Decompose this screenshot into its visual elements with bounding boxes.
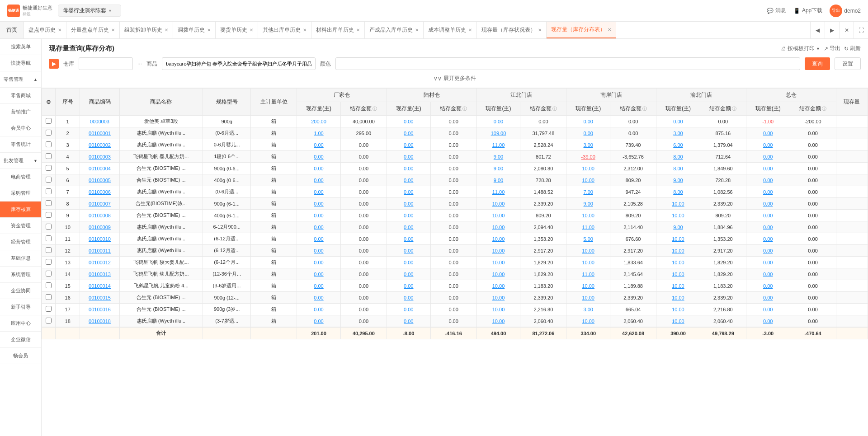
tab-purchase-order[interactable]: 要货单历史 ✕ xyxy=(216,22,258,38)
table-row: 7 00100006 惠氏启膳 (Wyeth illu... (0-6月适...… xyxy=(42,186,868,198)
tab-material-out[interactable]: 材料出库单历史 ✕ xyxy=(311,22,365,38)
sidebar-item-quick-nav[interactable]: 快捷导航 xyxy=(0,55,41,71)
info-icon[interactable]: ⓘ xyxy=(462,106,467,111)
tab-home[interactable]: 首页 xyxy=(0,22,24,38)
row-check[interactable] xyxy=(42,186,56,198)
row-check[interactable] xyxy=(42,280,56,292)
close-icon[interactable]: ✕ xyxy=(207,28,211,33)
row-check[interactable] xyxy=(42,139,56,151)
close-icon[interactable]: ✕ xyxy=(250,28,253,33)
row-check[interactable] xyxy=(42,151,56,163)
row-check[interactable] xyxy=(42,163,56,174)
row-check[interactable] xyxy=(42,304,56,315)
tab-prev-button[interactable]: ◀ xyxy=(810,22,825,38)
print-button[interactable]: 🖨 按模板打印 ▼ xyxy=(781,45,820,52)
footer-total-stock: -3.00 xyxy=(746,327,790,339)
tab-transfer[interactable]: 调拨单历史 ✕ xyxy=(173,22,216,38)
sidebar-item-inventory[interactable]: 库存核算 xyxy=(0,202,41,218)
table-row: 12 00100011 惠氏启膳 (Wyeth illu... (6-12月适.… xyxy=(42,245,868,257)
app-download-button[interactable]: 📱 App下载 xyxy=(793,7,822,14)
sidebar-item-finance[interactable]: 资金管理 xyxy=(0,218,41,234)
close-icon[interactable]: ✕ xyxy=(538,28,542,33)
row-check[interactable] xyxy=(42,315,56,328)
sidebar-item-member2[interactable]: 畅会员 xyxy=(0,348,41,364)
sidebar-item-marketing[interactable]: 营销推广 xyxy=(0,104,41,120)
row-total-stock: 0.00 xyxy=(746,139,790,151)
sidebar-item-new-guide[interactable]: 新手引导 xyxy=(0,299,41,315)
row-check[interactable] xyxy=(42,198,56,210)
message-button[interactable]: 💬 消息 xyxy=(767,7,786,14)
row-check[interactable] xyxy=(42,174,56,186)
sidebar-item-purchase[interactable]: 采购管理 xyxy=(0,185,41,202)
tab-group-disassemble[interactable]: 组装拆卸单历史 ✕ xyxy=(120,22,173,38)
tab-inventory-single[interactable]: 盘点单历史 ✕ xyxy=(24,22,66,38)
sidebar-item-enterprise[interactable]: 企业协同 xyxy=(0,283,41,299)
row-na-stock: 5.00 xyxy=(566,233,610,245)
sidebar-item-operation[interactable]: 经营管理 xyxy=(0,234,41,250)
sidebar-item-system[interactable]: 系统管理 xyxy=(0,267,41,283)
tab-sub-inventory[interactable]: 分量盘点单历史 ✕ xyxy=(66,22,120,38)
page-title: 现存量查询(库存分布) xyxy=(49,44,114,53)
row-cf-stock: 1.00 xyxy=(297,127,341,139)
close-icon[interactable]: ✕ xyxy=(303,28,307,33)
row-yb-amount: 2,339.20 xyxy=(700,198,746,210)
sidebar-item-corp-wechat[interactable]: 企业微信 xyxy=(0,332,41,348)
sidebar-item-app-center[interactable]: 应用中心 xyxy=(0,315,41,332)
tab-stock-dist[interactable]: 现存量（库存分布表） ✕ xyxy=(547,22,616,38)
tab-expand-button[interactable]: ⛶ xyxy=(854,22,868,38)
expand-more-button[interactable]: ∨∨ 展开更多条件 xyxy=(432,73,478,84)
info-icon[interactable]: ⓘ xyxy=(822,106,826,111)
row-check[interactable] xyxy=(42,233,56,245)
industry-selector[interactable]: 母婴行业演示陈套 ▼ xyxy=(58,5,121,17)
settings-button[interactable]: 设置 xyxy=(835,57,861,70)
tab-other-out[interactable]: 其他出库单历史 ✕ xyxy=(258,22,311,38)
tab-close-all-button[interactable]: ✕ xyxy=(839,22,854,38)
row-check[interactable] xyxy=(42,221,56,233)
tab-next-button[interactable]: ▶ xyxy=(825,22,839,38)
row-check[interactable] xyxy=(42,210,56,221)
row-check[interactable] xyxy=(42,116,56,127)
gear-column-header[interactable]: ⚙ xyxy=(42,89,56,116)
color-input[interactable] xyxy=(335,57,800,70)
row-check[interactable] xyxy=(42,257,56,268)
refresh-button[interactable]: ↻ 刷新 xyxy=(844,45,861,52)
sidebar-item-ecommerce[interactable]: 电商管理 xyxy=(0,169,41,185)
sidebar-item-wholesale[interactable]: 批发管理 ▼ xyxy=(0,153,41,169)
tab-cost-adjust[interactable]: 成本调整单历史 ✕ xyxy=(424,22,477,38)
row-check[interactable] xyxy=(42,292,56,304)
query-button[interactable]: 查询 xyxy=(805,57,830,70)
export-button[interactable]: ↗ 导出 xyxy=(824,45,840,52)
tab-product-in[interactable]: 产成品入库单历史 ✕ xyxy=(365,22,424,38)
row-cf-stock: 0.00 xyxy=(297,186,341,198)
sidebar-item-retail-shop[interactable]: 零售商城 xyxy=(0,88,41,104)
info-icon[interactable]: ⓘ xyxy=(732,106,736,111)
user-avatar[interactable]: 导出 demo2 xyxy=(830,5,861,17)
close-icon[interactable]: ✕ xyxy=(608,27,611,32)
row-check[interactable] xyxy=(42,245,56,257)
info-icon[interactable]: ⓘ xyxy=(373,106,377,111)
tab-stock-status[interactable]: 现存量（库存状况表） ✕ xyxy=(477,22,547,38)
row-current xyxy=(836,186,868,198)
sidebar-item-retail-mgmt[interactable]: 零售管理 ▲ xyxy=(0,71,41,88)
table-wrapper[interactable]: ⚙ 序号 商品编码 商品名称 规格型号 主计量单位 厂家仓 陆村仓 江北门店 南… xyxy=(42,88,868,436)
close-icon[interactable]: ✕ xyxy=(58,28,61,33)
filter-expand-button[interactable]: ▶ xyxy=(49,59,59,69)
sidebar-item-search[interactable]: 搜索英单 xyxy=(0,39,41,55)
warehouse-input[interactable] xyxy=(79,57,133,70)
info-icon[interactable]: ⓘ xyxy=(552,106,557,111)
row-check[interactable] xyxy=(42,127,56,139)
close-icon[interactable]: ✕ xyxy=(165,28,168,33)
info-icon[interactable]: ⓘ xyxy=(642,106,647,111)
product-input[interactable] xyxy=(162,57,316,70)
chevron-down-icon: ▼ xyxy=(33,159,38,163)
sidebar-item-basic[interactable]: 基础信息 xyxy=(0,250,41,267)
row-check[interactable] xyxy=(42,268,56,280)
row-lc-stock: 0.00 xyxy=(387,139,430,151)
close-icon[interactable]: ✕ xyxy=(468,28,472,33)
close-icon[interactable]: ✕ xyxy=(415,28,419,33)
sidebar-item-retail-stats[interactable]: 零售统计 xyxy=(0,136,41,153)
close-icon[interactable]: ✕ xyxy=(356,28,360,33)
row-yb-amount: 1,849.60 xyxy=(700,163,746,174)
close-icon[interactable]: ✕ xyxy=(111,28,115,33)
sidebar-item-member[interactable]: 会员中心 xyxy=(0,120,41,136)
